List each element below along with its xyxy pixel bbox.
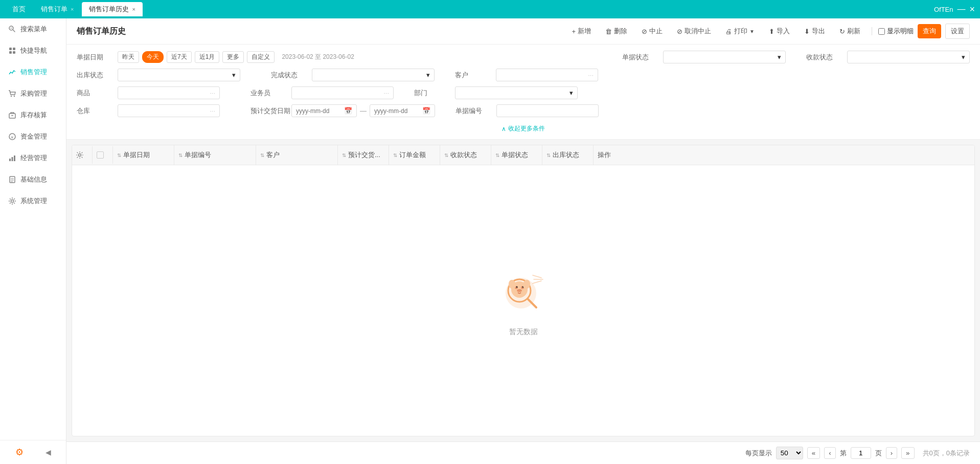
page-number-input[interactable] — [851, 447, 871, 459]
customer-input[interactable]: ··· — [496, 69, 598, 81]
salesperson-input[interactable]: ··· — [291, 86, 394, 99]
svg-point-7 — [11, 96, 12, 97]
date-btn-yesterday[interactable]: 昨天 — [118, 51, 139, 63]
warehouse-dots[interactable]: ··· — [210, 107, 215, 115]
sidebar-item-search-menu[interactable]: 搜索菜单 — [0, 18, 66, 40]
sidebar-label-finance: 资金管理 — [20, 132, 47, 141]
system-icon — [8, 197, 16, 205]
stop-icon: ⊘ — [642, 28, 647, 35]
search-menu-icon — [8, 25, 16, 33]
th-settings[interactable] — [72, 146, 93, 164]
stop-button[interactable]: ⊘ 中止 — [636, 24, 668, 38]
th-out-status[interactable]: ⇅ 出库状态 — [542, 145, 594, 165]
delivery-date-start-field[interactable] — [296, 107, 342, 115]
department-label: 部门 — [414, 89, 455, 98]
sidebar-item-inventory[interactable]: 库存核算 — [0, 104, 66, 126]
complete-status-label: 完成状态 — [271, 71, 312, 80]
sidebar-item-finance[interactable]: ¥ 资金管理 — [0, 126, 66, 147]
th-check[interactable] — [93, 146, 113, 164]
tab-sales-order-history-close[interactable]: × — [132, 6, 135, 12]
complete-status-select[interactable]: ▾ — [312, 69, 435, 81]
pagination: 每页显示 50 20 100 « ‹ 第 页 › » 共0页，0条记录 — [66, 441, 980, 464]
page-size-select[interactable]: 50 20 100 — [776, 447, 803, 459]
delivery-date-end-calendar[interactable]: 📅 — [422, 107, 430, 115]
svg-line-1 — [13, 30, 15, 32]
sidebar-item-sales[interactable]: 销售管理 — [0, 61, 66, 83]
doc-number-input[interactable] — [496, 104, 599, 117]
prev-page-button[interactable]: ‹ — [824, 447, 835, 459]
warehouse-input[interactable]: ··· — [118, 104, 220, 117]
sidebar-item-system[interactable]: 系统管理 — [0, 190, 66, 212]
sidebar-item-quick-nav[interactable]: 快捷导航 — [0, 40, 66, 61]
header-checkbox[interactable] — [97, 151, 104, 159]
tab-sales-order-history[interactable]: 销售订单历史 × — [82, 2, 142, 16]
tab-home[interactable]: 首页 — [5, 2, 33, 16]
date-btn-more[interactable]: 更多 — [222, 51, 244, 63]
refresh-button[interactable]: ↻ 刷新 — [834, 24, 865, 38]
th-pay-status[interactable]: ⇅ 收款状态 — [440, 145, 491, 165]
th-doc-status[interactable]: ⇅ 单据状态 — [491, 145, 542, 165]
th-num[interactable]: ⇅ 单据编号 — [174, 145, 256, 165]
sidebar-item-purchase[interactable]: 采购管理 — [0, 83, 66, 104]
date-btn-custom[interactable]: 自定义 — [247, 51, 275, 63]
page-size-label: 每页显示 — [745, 449, 772, 458]
product-input[interactable]: ··· — [118, 86, 220, 99]
next-page-button[interactable]: › — [886, 447, 897, 459]
first-page-button[interactable]: « — [807, 447, 820, 459]
sidebar-item-basic-info[interactable]: 基础信息 — [0, 169, 66, 190]
delivery-date-end[interactable]: 📅 — [370, 104, 435, 117]
date-btn-1month[interactable]: 近1月 — [195, 51, 220, 63]
th-delivery[interactable]: ⇅ 预计交货... — [338, 145, 389, 165]
delete-button[interactable]: 🗑 删除 — [600, 24, 632, 38]
th-client[interactable]: ⇅ 客户 — [256, 145, 338, 165]
salesperson-dots[interactable]: ··· — [383, 89, 389, 97]
content-area: 销售订单历史 + 新增 🗑 删除 ⊘ 中止 ⊘ 取消中止 — [66, 18, 980, 464]
th-date-sort: ⇅ — [117, 152, 121, 158]
customer-dots[interactable]: ··· — [588, 71, 594, 79]
out-status-select[interactable]: ▾ — [118, 69, 240, 81]
product-dots[interactable]: ··· — [210, 89, 215, 97]
new-label: 新增 — [578, 27, 591, 36]
svg-point-21 — [79, 154, 81, 157]
doc-number-field[interactable] — [501, 107, 594, 115]
th-amount[interactable]: ⇅ 订单金额 — [389, 145, 440, 165]
settings-button[interactable]: 设置 — [945, 24, 970, 39]
delivery-date-start[interactable]: 📅 — [291, 104, 357, 117]
delivery-date-start-calendar[interactable]: 📅 — [344, 107, 352, 115]
th-date[interactable]: ⇅ 单据日期 — [113, 145, 174, 165]
cancel-stop-button[interactable]: ⊘ 取消中止 — [672, 24, 716, 38]
salesperson-field[interactable] — [296, 89, 383, 97]
query-button[interactable]: 查询 — [918, 24, 941, 38]
warehouse-field[interactable] — [122, 107, 210, 115]
display-detail-toggle[interactable]: 显示明细 — [878, 27, 914, 36]
collapse-label: 收起更多条件 — [508, 124, 545, 133]
date-filter-control: 昨天 今天 近7天 近1月 更多 自定义 2023-06-02 至 2023-0… — [118, 51, 602, 63]
sidebar-item-operations[interactable]: 经营管理 — [0, 147, 66, 169]
sidebar-label-search-menu: 搜索菜单 — [20, 25, 47, 34]
product-field[interactable] — [122, 89, 210, 97]
payment-status-select[interactable]: ▾ — [847, 51, 970, 63]
department-select[interactable]: ▾ — [455, 86, 578, 99]
tab-sales-order-close[interactable]: × — [71, 6, 74, 12]
display-detail-checkbox[interactable] — [878, 28, 885, 35]
tab-sales-order[interactable]: 销售订单 × — [34, 2, 81, 16]
date-btn-7days[interactable]: 近7天 — [167, 51, 192, 63]
export-button[interactable]: ⬇ 导出 — [799, 24, 830, 38]
warehouse-label: 仓库 — [77, 106, 118, 116]
new-button[interactable]: + 新增 — [567, 24, 597, 38]
window-minimize[interactable]: — — [957, 5, 965, 14]
window-close[interactable]: × — [969, 4, 975, 15]
sidebar-collapse-icon[interactable]: ◀ — [45, 448, 51, 456]
sidebar-settings-icon[interactable]: ⚙ — [15, 447, 24, 458]
import-button[interactable]: ⬆ 导入 — [764, 24, 795, 38]
doc-status-select[interactable]: ▾ — [663, 51, 786, 63]
sales-icon — [8, 68, 16, 76]
date-btn-today[interactable]: 今天 — [142, 51, 164, 63]
last-page-button[interactable]: » — [901, 447, 914, 459]
customer-field[interactable] — [500, 71, 588, 79]
collapse-button[interactable]: ∧ 收起更多条件 — [502, 124, 545, 133]
delivery-date-end-field[interactable] — [374, 107, 420, 115]
print-button[interactable]: 🖨 打印 ▼ — [720, 24, 760, 38]
empty-state: 暂无数据 — [493, 265, 554, 337]
basic-info-icon — [8, 175, 16, 184]
